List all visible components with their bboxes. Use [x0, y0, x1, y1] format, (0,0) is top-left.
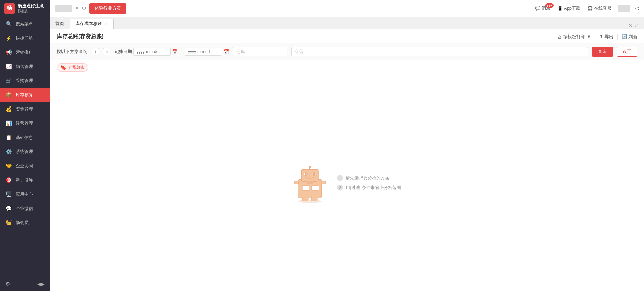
sidebar-item-wechat[interactable]: 💬 企业微信: [0, 201, 50, 216]
sidebar-item-enterprise[interactable]: 🤝 企业协同: [0, 159, 50, 173]
sidebar-item-guide[interactable]: 🎯 新手引导: [0, 173, 50, 187]
print-button[interactable]: 🖨 按模板打印 ▼: [558, 34, 591, 40]
tip-text-2: 用[过滤]条件来缩小分析范围: [346, 185, 401, 191]
topbar-gear-icon[interactable]: ⚙: [82, 5, 86, 11]
filter-collapse-button[interactable]: «: [103, 48, 110, 55]
sidebar-item-label: 基础信息: [16, 135, 33, 141]
wechat-icon: 💬: [5, 205, 12, 212]
date-filter-group: 记账日期 📅 — 📅: [115, 48, 229, 56]
sidebar-item-label: 经营管理: [16, 120, 33, 126]
content-header: 库存总账(存货总账) 🖨 按模板打印 ▼ ⬆ 导出 🔄 刷新: [50, 29, 644, 43]
trial-button[interactable]: 体验行业方案: [89, 3, 126, 14]
sidebar-item-inventory[interactable]: 📦 库存核算: [0, 88, 50, 102]
marketing-icon: 📢: [5, 49, 12, 56]
search-icon: 🔍: [5, 21, 12, 27]
svg-point-8: [309, 166, 311, 168]
tip-num-1: 1: [337, 175, 343, 181]
sidebar-item-quick-nav[interactable]: ⚡ 快捷导航: [0, 31, 50, 45]
sidebar-item-label: 采购管理: [16, 78, 33, 84]
sales-icon: 📈: [5, 63, 12, 70]
export-label: 导出: [604, 34, 613, 40]
tab-close-button[interactable]: ✕: [104, 21, 108, 26]
sidebar-item-finance[interactable]: 💰 资金管理: [0, 102, 50, 116]
panel-expand-icon[interactable]: ⤢: [635, 23, 639, 28]
user-info[interactable]: Rit: [618, 5, 639, 12]
goods-more-icon: ···: [581, 49, 585, 54]
date-end-icon[interactable]: 📅: [223, 49, 229, 54]
sidebar-menu: 🔍 搜索菜单 ⚡ 快捷导航 📢 营销推广 📈 销售管理 🛒 采购管理 📦 库存核…: [0, 17, 50, 276]
app-download-button[interactable]: 📱 App下载: [557, 5, 580, 11]
warehouse-placeholder: 仓库: [236, 49, 278, 55]
print-icon: 🖨: [558, 34, 562, 39]
topbar-right: 💬 消息 99+ 📱 App下载 🎧 在线客服 Rit: [535, 5, 639, 12]
sidebar-item-label: 系统管理: [16, 149, 33, 155]
app-download-icon: 📱: [557, 6, 563, 11]
tab-home-label: 首页: [55, 21, 64, 27]
system-icon: ⚙️: [5, 148, 12, 155]
scheme-tag[interactable]: 🔖 存货总账: [57, 63, 88, 72]
empty-illustration: [293, 166, 327, 200]
sidebar-footer: ⚙ ◀▶: [0, 276, 50, 291]
finance-icon: 💰: [5, 106, 12, 113]
user-name: Rit: [633, 6, 639, 11]
sidebar: 畅 畅捷通好生意 标准版 🔍 搜索菜单 ⚡ 快捷导航 📢 营销推广 📈 销售管理…: [0, 0, 50, 291]
settings-icon[interactable]: ⚙: [5, 281, 10, 287]
sidebar-item-purchase[interactable]: 🛒 采购管理: [0, 74, 50, 88]
empty-tip-2: 2 用[过滤]条件来缩小分析范围: [337, 185, 401, 191]
online-service-button[interactable]: 🎧 在线客服: [587, 5, 612, 11]
svg-point-5: [305, 173, 307, 175]
sidebar-item-sales[interactable]: 📈 销售管理: [0, 59, 50, 74]
sidebar-item-marketing[interactable]: 📢 营销推广: [0, 45, 50, 59]
date-start-icon[interactable]: 📅: [172, 49, 178, 54]
date-end-input[interactable]: [185, 48, 222, 56]
svg-rect-2: [301, 169, 318, 181]
warehouse-selector[interactable]: 仓库 ···: [233, 47, 287, 56]
tip-num-2: 2: [337, 185, 343, 191]
appstore-icon: 🖥️: [5, 191, 12, 198]
sidebar-item-operation[interactable]: 📊 经营管理: [0, 116, 50, 130]
purchase-icon: 🛒: [5, 77, 12, 84]
refresh-button[interactable]: 🔄 刷新: [622, 34, 637, 40]
sidebar-item-label: 畅会员: [16, 220, 29, 226]
tip-text-1: 请先选择要分析的方案: [346, 175, 390, 181]
sidebar-logo: 畅 畅捷通好生意 标准版: [0, 0, 50, 17]
empty-tip-1: 1 请先选择要分析的方案: [337, 175, 401, 181]
filter-add-button[interactable]: +: [92, 48, 99, 55]
sidebar-item-member[interactable]: 👑 畅会员: [0, 216, 50, 230]
sidebar-item-basic[interactable]: 📋 基础信息: [0, 130, 50, 145]
sidebar-item-label: 快捷导航: [16, 35, 33, 41]
app-edition: 标准版: [18, 9, 44, 13]
empty-tips: 1 请先选择要分析的方案 2 用[过滤]条件来缩小分析范围: [337, 175, 401, 191]
sidebar-item-label: 搜索菜单: [16, 21, 33, 27]
svg-rect-12: [294, 181, 299, 184]
online-service-label: 在线客服: [594, 5, 612, 11]
export-button[interactable]: ⬆ 导出: [599, 34, 613, 40]
tab-home[interactable]: 首页: [50, 19, 70, 29]
sidebar-item-appstore[interactable]: 🖥️ 应用中心: [0, 187, 50, 201]
sidebar-item-label: 新手引导: [16, 177, 33, 183]
tab-panel-close-area: ✕ ⤢: [628, 22, 644, 29]
app-download-label: App下载: [564, 5, 580, 11]
topbar-dropdown-arrow[interactable]: ▼: [75, 6, 79, 11]
sidebar-item-search[interactable]: 🔍 搜索菜单: [0, 17, 50, 31]
sidebar-item-label: 资金管理: [16, 106, 33, 112]
svg-point-0: [298, 200, 322, 203]
panel-close-icon[interactable]: ✕: [628, 22, 633, 29]
sidebar-item-label: 企业微信: [16, 205, 33, 212]
goods-selector[interactable]: 商品 ···: [291, 47, 588, 56]
tab-inventory-cost-label: 库存成本总账: [75, 21, 102, 27]
sidebar-item-system[interactable]: ⚙️ 系统管理: [0, 145, 50, 159]
svg-rect-13: [321, 181, 326, 184]
date-start-input[interactable]: [133, 48, 171, 56]
message-icon: 💬: [535, 6, 540, 11]
tab-inventory-cost[interactable]: 库存成本总账 ✕: [70, 19, 114, 29]
print-dropdown-icon: ▼: [587, 34, 591, 39]
sidebar-toggle-icon[interactable]: ◀▶: [37, 281, 45, 287]
message-button[interactable]: 💬 消息 99+: [535, 5, 550, 11]
svg-rect-14: [302, 197, 308, 201]
svg-point-6: [313, 173, 315, 175]
query-button[interactable]: 查询: [592, 47, 613, 57]
main-area: ▼ ⚙ 体验行业方案 💬 消息 99+ 📱 App下载 🎧 在线客服 Rit: [50, 0, 644, 291]
settings-button[interactable]: 设置: [617, 47, 637, 57]
operation-icon: 📊: [5, 120, 12, 127]
